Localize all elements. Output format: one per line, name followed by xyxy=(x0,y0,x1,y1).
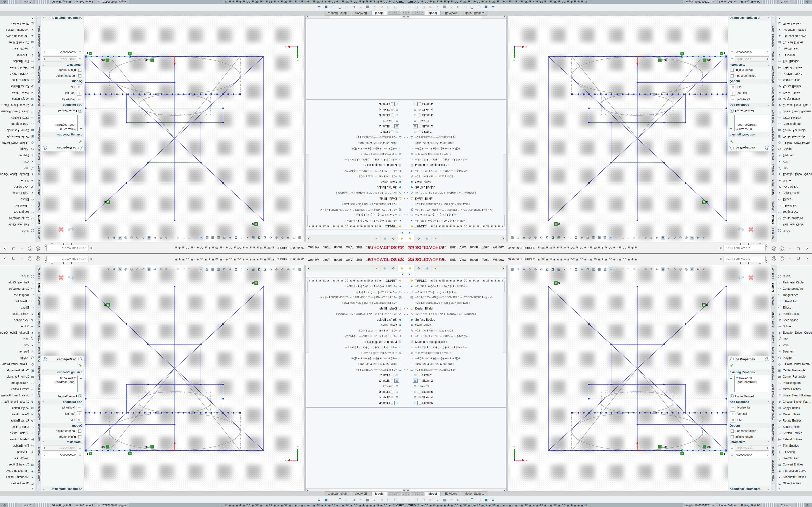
parameter-field[interactable]: 0.00000000°▲▼ xyxy=(43,50,77,55)
scroll-thumb[interactable] xyxy=(410,15,483,18)
doc-tab-model[interactable]: Model xyxy=(371,491,387,496)
bottom-toolbar-icon[interactable]: ◷ xyxy=(331,6,336,9)
child-window-button[interactable]: ◧ xyxy=(69,261,73,264)
bottom-toolbar-icon[interactable]: ❐ xyxy=(469,6,474,9)
tool-parallelogram[interactable]: ▱Parallelogram xyxy=(0,121,36,127)
tree-item[interactable]: ▸◷○人♟◎✚25◦Ƹ○◦○Ƹ◦25✚◎♟人○ xyxy=(306,289,406,294)
minimize-button[interactable]: – xyxy=(20,257,24,260)
tab-nav-icon[interactable]: » xyxy=(388,492,392,496)
tree-item[interactable]: ▱○·◎✚○⋇◉[○◦○]◉⋇○✚◎·○ xyxy=(406,151,506,157)
tab-sheet-metal[interactable]: Sheet Metal xyxy=(36,144,41,162)
tool-ellipse[interactable]: ⬭Ellipse xyxy=(776,196,812,203)
tool-segment[interactable]: #Segment xyxy=(0,348,36,355)
add-relation-horizontal[interactable]: —Horizontal xyxy=(728,96,771,103)
child-window-button[interactable]: ✕ xyxy=(764,261,768,264)
doc-tab-model[interactable]: Model xyxy=(425,11,441,16)
bottom-toolbar-icon[interactable]: ≡ xyxy=(435,6,440,9)
bottom-toolbar-icon[interactable]: ▦ xyxy=(365,498,370,502)
bottom-toolbar-icon[interactable]: ✐ xyxy=(379,498,384,502)
filter-icon[interactable]: ▼ xyxy=(408,273,411,276)
tree-item[interactable]: ∟○ИN◦9ʞ◦♟◎○◦○◎♟◦ʞ9◦NИ○ xyxy=(406,140,506,146)
tab-mbd-dimensions[interactable]: MBD Dimensions xyxy=(36,458,41,483)
collapse-panel-icon[interactable]: « xyxy=(778,17,780,20)
tree-item[interactable]: ▸🗀○253ƐИNᴀ∩·○◦○·∩ᴀNИƐ352○ xyxy=(406,135,506,140)
tool-spline[interactable]: ∿Spline xyxy=(0,323,36,330)
relation-entry[interactable]: Collinear108 xyxy=(735,127,768,131)
tab-features[interactable]: Features xyxy=(36,266,41,280)
spinner-icon[interactable]: ▲▼ xyxy=(44,58,45,61)
tab-data-migration[interactable]: Data Migration xyxy=(771,422,776,444)
tree-item[interactable]: ▱○✚Ƹ9ʞ◦♟○⋇◉[○◦○]◉⋇○♟◦ʞ9Ƹ✚○ xyxy=(306,146,406,151)
bottom-toolbar-icon[interactable]: ⚙ xyxy=(491,6,495,9)
tool-partial-ellipse[interactable]: ◖Partial Ellipse xyxy=(776,311,812,317)
tab-nav-icon[interactable]: « xyxy=(406,11,410,15)
tree-arrow-icon[interactable]: ▸ xyxy=(403,214,406,217)
tree-item[interactable]: Σ○25ИN◎◦✚ᴀ∩ᵅ3Ɛ○◦○3Ɛᵅ∩ᴀ✚◦◎NИ25○ xyxy=(406,333,506,339)
spinner-icon[interactable]: ▲▼ xyxy=(44,446,45,449)
tree-item[interactable]: ⊞(-) Sketch4 xyxy=(306,394,406,400)
tab-weldments[interactable]: Weldments xyxy=(36,125,41,143)
bottom-toolbar-icon[interactable]: ▣ xyxy=(484,6,489,9)
section-additional-parameters[interactable]: Additional Parameters⌄ xyxy=(728,487,771,491)
tool-parallelogram[interactable]: ▱Parallelogram xyxy=(776,121,812,127)
bottom-toolbar-icon[interactable]: ❏ xyxy=(414,6,419,9)
menu-item-edit[interactable]: Edit xyxy=(355,245,364,249)
tree-item[interactable]: ◆Surface Bodies xyxy=(406,317,506,322)
tree-arrow-icon[interactable]: ▸ xyxy=(403,313,406,315)
tree-item[interactable]: ⊞(-) Sketch6 xyxy=(406,400,506,406)
menu-item-insert[interactable]: Insert xyxy=(332,245,344,249)
tool-mirror-entities[interactable]: ⇋Mirror Entities xyxy=(776,115,812,121)
tool-copy-entities[interactable]: ⧉Copy Entities xyxy=(0,96,36,102)
checkbox-icon[interactable] xyxy=(730,74,734,78)
help-icon[interactable]: ? xyxy=(28,246,33,251)
tree-vertical-scrollbar[interactable] xyxy=(503,154,506,227)
checkbox-icon[interactable] xyxy=(78,74,82,78)
bottom-toolbar-icon[interactable]: ▦ xyxy=(442,498,447,502)
tool-trim-entities[interactable]: ✄Trim Entities xyxy=(776,443,812,449)
tool-ellipse[interactable]: ⬭Ellipse xyxy=(0,196,36,203)
tool-point[interactable]: ▪Point xyxy=(776,159,812,165)
doc-tab-motion-study-1[interactable]: Motion Study 1 xyxy=(461,11,488,16)
child-window-button[interactable]: ❐ xyxy=(758,243,762,246)
option-infinite-length[interactable]: Infinite length xyxy=(728,67,771,73)
child-window-button[interactable]: – xyxy=(752,261,756,264)
expand-pane-icon[interactable]: ❯ xyxy=(500,265,506,272)
tool-circular-sketch-pattern[interactable]: ❖Circular Sketch Pattern xyxy=(0,399,36,405)
bottom-toolbar-icon[interactable]: ▦ xyxy=(442,6,447,9)
help-icon[interactable]: ? xyxy=(28,256,33,261)
checkbox-icon[interactable] xyxy=(730,430,734,433)
tool-silhouette-entities[interactable]: ◐Silhouette Entities xyxy=(0,474,36,480)
minimize-button[interactable]: – xyxy=(788,257,792,260)
doc-tab-3d-views[interactable]: 3D Views xyxy=(352,11,371,16)
tool-linear-sketch-pattern[interactable]: ⠛Linear Sketch Pattern xyxy=(0,108,36,115)
bottom-toolbar-icon[interactable]: ❏ xyxy=(386,6,391,9)
parameter-field[interactable]: 10.88152731▲▼ xyxy=(43,445,77,451)
tool-trim-entities[interactable]: ✄Trim Entities xyxy=(0,443,36,449)
menu-item-file[interactable]: File xyxy=(364,245,373,249)
tab-features[interactable]: Features xyxy=(771,266,776,280)
tool-intersection-curve[interactable]: ◈Intersection Curve xyxy=(0,33,36,39)
panel-help-icon[interactable]: ? xyxy=(765,357,769,361)
tool-rotate-entities[interactable]: ↻Rotate Entities xyxy=(776,83,812,90)
tree-arrow-icon[interactable]: ▸ xyxy=(406,313,409,315)
tool-fit-spline[interactable]: ⌇Fit Spline xyxy=(0,449,36,455)
spinner-icon[interactable]: ▲▼ xyxy=(767,453,768,456)
bottom-toolbar-icon[interactable]: ≡ xyxy=(372,498,377,502)
tool-stretch-entities[interactable]: ↔Stretch Entities xyxy=(776,430,812,436)
tab-evaluate[interactable]: Evaluate xyxy=(771,162,776,176)
tab-sheet-metal[interactable]: Sheet Metal xyxy=(771,144,776,162)
tool-line[interactable]: ╱Line xyxy=(776,336,812,342)
tool-offset-entities[interactable]: ⊏Offset Entities xyxy=(0,480,36,487)
tree-item[interactable]: ▸🗀○253ƐИNᴀ∩·○◦○·∩ᴀNИƐ352○ xyxy=(306,135,406,140)
relation-entry[interactable]: Equal length109 xyxy=(44,123,77,127)
tree-item[interactable]: ⊞(-) Sketch2 xyxy=(306,378,406,383)
search-input[interactable] xyxy=(49,246,88,249)
user-account-icon[interactable] xyxy=(36,247,40,251)
displaymanager-tab[interactable]: ◕ xyxy=(372,265,380,271)
tool-rotate-entities[interactable]: ↻Rotate Entities xyxy=(0,83,36,90)
tool-stretch-entities[interactable]: ↔Stretch Entities xyxy=(0,71,36,77)
tree-item[interactable]: ✎○25·∩⋇♟ᴀm○◦○mᴀ♟⋇∩·25○ xyxy=(306,328,406,333)
search-icon[interactable] xyxy=(764,258,764,260)
bottom-toolbar-icon[interactable]: ▣ xyxy=(323,498,328,502)
tool-trim-entities[interactable]: ✄Trim Entities xyxy=(776,58,812,64)
